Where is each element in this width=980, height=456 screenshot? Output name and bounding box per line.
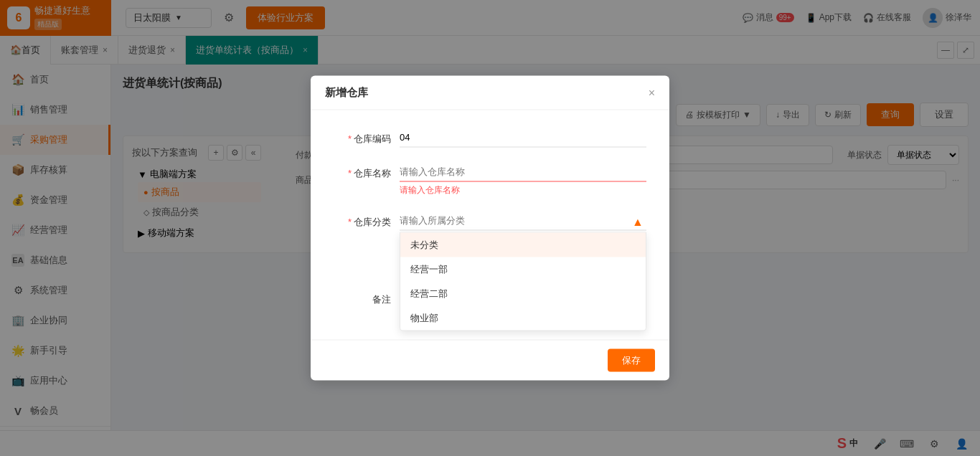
modal-footer: 保存	[311, 340, 669, 381]
category-field: ▲ 未分类 经营一部 经营二部 物业部	[400, 211, 646, 231]
name-field: 请输入仓库名称	[400, 162, 646, 196]
dropdown-item-uncategorized[interactable]: 未分类	[400, 233, 646, 257]
dropdown-item-property[interactable]: 物业部	[400, 306, 646, 331]
name-error: 请输入仓库名称	[400, 184, 646, 196]
code-field-row: 仓库编码	[334, 128, 646, 148]
modal-close-button[interactable]: ×	[649, 86, 655, 99]
note-label: 备注	[334, 288, 391, 306]
code-field	[400, 128, 646, 148]
name-label: 仓库名称	[334, 162, 391, 180]
modal-title: 新增仓库	[325, 86, 368, 100]
code-input[interactable]	[400, 128, 646, 148]
modal-header: 新增仓库 ×	[311, 76, 669, 110]
name-input[interactable]	[400, 162, 646, 182]
category-label: 仓库分类	[334, 211, 391, 229]
category-input-wrapper: ▲	[400, 211, 646, 231]
category-input[interactable]	[400, 211, 646, 231]
category-field-row: 仓库分类 ▲ 未分类 经营一部 经营二部	[334, 211, 646, 231]
save-button[interactable]: 保存	[608, 349, 655, 372]
name-field-row: 仓库名称 请输入仓库名称	[334, 162, 646, 196]
dropdown-item-dept2[interactable]: 经营二部	[400, 282, 646, 306]
dropdown-item-dept1[interactable]: 经营一部	[400, 257, 646, 282]
code-label: 仓库编码	[334, 128, 391, 146]
category-toggle-button[interactable]: ▲	[629, 214, 646, 231]
modal-body: 仓库编码 仓库名称 请输入仓库名称 仓库分类 ▲	[311, 110, 669, 340]
category-dropdown: 未分类 经营一部 经营二部 物业部	[400, 232, 646, 331]
new-warehouse-modal: 新增仓库 × 仓库编码 仓库名称 请输入仓库名称 仓库分类 ▲	[311, 76, 669, 381]
